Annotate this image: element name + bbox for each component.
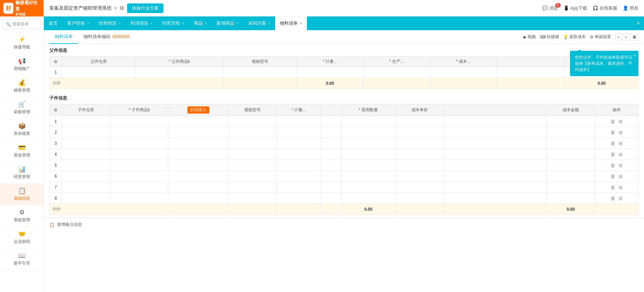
child-row-3-scan[interactable] xyxy=(168,138,228,149)
tab-profit[interactable]: 利润报告 × xyxy=(126,16,157,30)
child-row-2-spec[interactable] xyxy=(228,127,277,138)
tab-close-profit[interactable]: × xyxy=(150,21,152,25)
child-row-2-unit-cost[interactable] xyxy=(396,127,444,138)
child-row-5-scan[interactable] xyxy=(168,160,228,171)
delete-row-3-button[interactable]: 🗑 xyxy=(609,140,616,147)
child-row-1-unit-cost[interactable] xyxy=(396,116,444,127)
tab-close-barcode[interactable]: × xyxy=(268,21,270,25)
parent-row-1-produce[interactable] xyxy=(363,67,430,78)
child-row-6-qty[interactable] xyxy=(341,171,396,182)
tab-close-goods[interactable]: × xyxy=(205,21,207,25)
sidebar-item-cooperation[interactable]: 🤝 企业协同 xyxy=(0,227,44,248)
delete-row-2-button[interactable]: 🗑 xyxy=(609,129,616,136)
child-row-1-extra2[interactable] xyxy=(444,116,547,127)
child-row-4-warehouse[interactable] xyxy=(62,149,110,160)
parent-row-1-unit[interactable] xyxy=(297,67,363,78)
child-row-5-unit[interactable] xyxy=(277,160,321,171)
sidebar-item-system[interactable]: ⚙ 系统管理 xyxy=(0,205,44,227)
child-row-6-unit-cost[interactable] xyxy=(396,171,444,182)
child-row-7-unit-cost[interactable] xyxy=(396,182,444,193)
child-row-3-goods[interactable] xyxy=(110,138,168,149)
copy-row-7-button[interactable]: ⊞ xyxy=(618,184,624,191)
tab-close-customer[interactable]: × xyxy=(87,21,89,25)
page-next-button[interactable]: › xyxy=(623,34,629,40)
tab-close-new-goods[interactable]: × xyxy=(236,21,238,25)
copy-row-6-button[interactable]: ⊞ xyxy=(618,173,624,180)
child-row-8-extra2[interactable] xyxy=(444,193,547,204)
tab-goods[interactable]: 商品 × xyxy=(189,16,212,30)
child-row-2-goods[interactable] xyxy=(110,127,168,138)
sidebar-item-basics[interactable]: 📋 基础信息 xyxy=(0,184,44,205)
user-button[interactable]: 👤 用友 xyxy=(623,5,639,11)
sidebar-item-sales[interactable]: 💰 销售管理 xyxy=(0,75,44,97)
child-row-1-goods[interactable] xyxy=(110,116,168,127)
child-row-8-extra[interactable] xyxy=(321,193,341,204)
child-row-3-qty[interactable] xyxy=(341,138,396,149)
child-row-7-extra[interactable] xyxy=(321,182,341,193)
app-download-button[interactable]: 📱 App下载 xyxy=(564,5,587,11)
th-child-scan[interactable]: 扫码录入 xyxy=(168,104,228,116)
tab-barcode[interactable]: 条码方案 × xyxy=(244,16,275,30)
parent-row-1-extra[interactable] xyxy=(496,67,565,78)
sidebar-item-quicknav[interactable]: ⚡ 快捷导航 xyxy=(0,32,44,54)
tab-bom[interactable]: 物料清单 × xyxy=(275,16,307,30)
child-row-4-extra[interactable] xyxy=(321,149,341,160)
child-row-7-scan[interactable] xyxy=(168,182,228,193)
search-menu-button[interactable]: 🔍 搜索菜单 xyxy=(3,19,41,29)
extract-cost-button[interactable]: 💡 提取成本 xyxy=(563,34,586,40)
tab-new-goods[interactable]: 新增商品 × xyxy=(212,16,243,30)
child-row-1-qty[interactable] xyxy=(341,116,396,127)
child-row-8-unit-cost[interactable] xyxy=(396,193,444,204)
child-row-5-extra2[interactable] xyxy=(444,160,547,171)
tab-history[interactable]: 经营历程 × xyxy=(157,16,189,30)
delete-row-6-button[interactable]: 🗑 xyxy=(609,173,616,180)
copy-row-1-button[interactable]: ⊞ xyxy=(618,118,624,125)
child-row-8-goods[interactable] xyxy=(110,193,168,204)
tab-close-history[interactable]: × xyxy=(182,21,184,25)
child-row-4-extra2[interactable] xyxy=(444,149,547,160)
child-row-4-goods[interactable] xyxy=(110,149,168,160)
parent-row-1-goods[interactable] xyxy=(135,67,223,78)
child-row-2-warehouse[interactable] xyxy=(62,127,110,138)
message-button[interactable]: 💬 消息 6 xyxy=(542,5,558,11)
delete-row-4-button[interactable]: 🗑 xyxy=(609,151,616,158)
parent-row-1-cost[interactable] xyxy=(430,67,496,78)
tab-operation[interactable]: 经营情况 × xyxy=(94,16,125,30)
th-parent-settings[interactable]: ⚙ xyxy=(50,57,62,67)
child-row-3-extra[interactable] xyxy=(321,138,341,149)
shortcut-button[interactable]: ⌨ 快捷键 xyxy=(540,34,559,40)
child-row-7-goods[interactable] xyxy=(110,182,168,193)
close-all-tabs-button[interactable]: × xyxy=(633,20,644,26)
child-row-6-scan[interactable] xyxy=(168,171,228,182)
copy-row-2-button[interactable]: ⊞ xyxy=(618,129,624,136)
tab-customer[interactable]: 客户联络 × xyxy=(62,16,94,30)
child-row-5-spec[interactable] xyxy=(228,160,277,171)
child-row-6-extra[interactable] xyxy=(321,171,341,182)
delete-row-5-button[interactable]: 🗑 xyxy=(609,162,616,169)
child-row-2-amount[interactable] xyxy=(547,127,595,138)
view-button[interactable]: ▶ 视频 xyxy=(523,34,536,40)
child-row-1-unit[interactable] xyxy=(277,116,321,127)
sidebar-item-purchase[interactable]: 🛒 采购管理 xyxy=(0,97,44,119)
child-row-1-amount[interactable] xyxy=(547,116,595,127)
child-row-4-unit-cost[interactable] xyxy=(396,149,444,160)
child-row-1-spec[interactable] xyxy=(228,116,277,127)
child-row-5-qty[interactable] xyxy=(341,160,396,171)
sub-tab-bom-code[interactable]: 物料清单编码 0000005 xyxy=(78,30,135,44)
tooltip-close-button[interactable]: × xyxy=(633,52,636,59)
th-child-settings[interactable]: ⚙ xyxy=(50,104,62,116)
child-row-1-action[interactable]: 🗑 ⊞ xyxy=(595,116,639,127)
online-service-button[interactable]: 🎧 在线客服 xyxy=(593,5,617,11)
child-row-7-unit[interactable] xyxy=(277,182,321,193)
single-setting-button[interactable]: ⚙ 单据设置 xyxy=(590,34,611,40)
tab-home[interactable]: 首页 xyxy=(44,16,62,30)
child-row-7-warehouse[interactable] xyxy=(62,182,110,193)
child-row-4-amount[interactable] xyxy=(547,149,595,160)
copy-row-5-button[interactable]: ⊞ xyxy=(618,162,624,169)
delete-row-1-button[interactable]: 🗑 xyxy=(609,118,616,125)
parent-row-1-spec[interactable] xyxy=(223,67,297,78)
tab-close-bom[interactable]: × xyxy=(300,21,302,25)
child-row-8-spec[interactable] xyxy=(228,193,277,204)
system-dropdown-icon[interactable]: ▾ xyxy=(114,5,117,11)
child-row-6-warehouse[interactable] xyxy=(62,171,110,182)
